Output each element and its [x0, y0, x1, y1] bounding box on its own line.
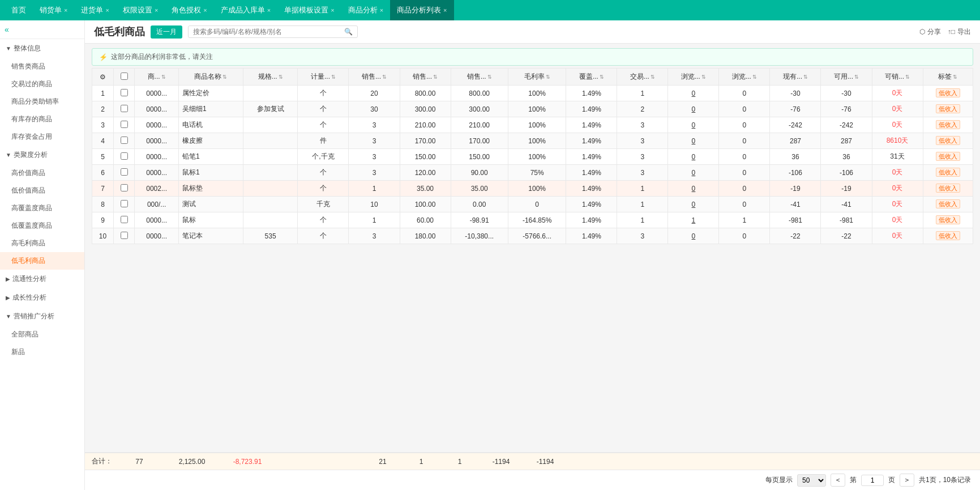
nav-product-entry[interactable]: 产成品入库单 ×: [214, 0, 277, 20]
next-page-btn[interactable]: ＞: [900, 474, 914, 487]
nav-home[interactable]: 首页: [5, 0, 33, 20]
sidebar-collapse-btn[interactable]: «: [5, 25, 9, 34]
sidebar-group-growth[interactable]: ▶ 成长性分析: [0, 288, 84, 307]
sidebar-item-traded-products[interactable]: 交易过的商品: [0, 75, 84, 93]
sidebar-item-inventory-capital[interactable]: 库存资金占用: [0, 128, 84, 146]
th-checkbox[interactable]: [113, 69, 134, 86]
nav-product-analysis-close[interactable]: ×: [380, 7, 383, 14]
row-checkbox-cell[interactable]: [113, 197, 134, 212]
row-checkbox-cell[interactable]: [113, 117, 134, 133]
th-tag[interactable]: 标签⇅: [923, 69, 973, 86]
notice-icon: ⚡: [99, 53, 108, 61]
row-view1[interactable]: 0: [668, 133, 719, 149]
sidebar-item-low-coverage[interactable]: 低覆盖度商品: [0, 217, 84, 235]
sidebar-item-high-coverage[interactable]: 高覆盖度商品: [0, 199, 84, 217]
th-coverage[interactable]: 覆盖...⇅: [566, 69, 617, 86]
export-btn[interactable]: ↑□ 导出: [948, 27, 971, 37]
th-sales-qty[interactable]: 销售...⇅: [349, 69, 400, 86]
sidebar-item-high-profit[interactable]: 高毛利商品: [0, 235, 84, 252]
row-sales-profit: -10,380...: [451, 228, 508, 244]
row-checkbox-cell[interactable]: [113, 86, 134, 101]
row-checkbox[interactable]: [121, 216, 128, 223]
sidebar-item-low-profit[interactable]: 低毛利商品: [0, 252, 84, 270]
row-checkbox-cell[interactable]: [113, 149, 134, 165]
nav-product-analysis[interactable]: 商品分析 ×: [341, 0, 390, 20]
nav-permission[interactable]: 权限设置 ×: [116, 0, 165, 20]
share-btn[interactable]: ⬡ 分享: [919, 27, 941, 37]
row-tag: 低收入: [923, 181, 973, 197]
row-checkbox[interactable]: [121, 232, 128, 239]
row-view1[interactable]: 0: [668, 228, 719, 244]
row-view1[interactable]: 0: [668, 117, 719, 133]
th-settings[interactable]: ⚙: [92, 69, 114, 86]
nav-sales-close[interactable]: ×: [64, 7, 67, 14]
row-view1[interactable]: 0: [668, 181, 719, 197]
th-view1[interactable]: 浏览...⇅: [668, 69, 719, 86]
th-sales-profit[interactable]: 销售...⇅: [451, 69, 508, 86]
nav-template-close[interactable]: ×: [331, 7, 334, 14]
sidebar-group-flow[interactable]: ▶ 流通性分析: [0, 270, 84, 288]
nav-role-close[interactable]: ×: [203, 7, 207, 14]
nav-product-list-close[interactable]: ×: [443, 7, 447, 14]
sidebar-item-sales-products[interactable]: 销售类商品: [0, 58, 84, 75]
nav-product-analysis-list[interactable]: 商品分析列表 ×: [390, 0, 453, 20]
row-view1[interactable]: 0: [668, 86, 719, 101]
nav-purchase-close[interactable]: ×: [105, 7, 109, 14]
th-name[interactable]: 商品名称⇅: [178, 69, 243, 86]
nav-permission-close[interactable]: ×: [155, 7, 158, 14]
sidebar-item-new-products[interactable]: 新品: [0, 343, 84, 361]
sidebar-group-marketing[interactable]: ▼ 营销推广分析: [0, 307, 84, 326]
row-checkbox-cell[interactable]: [113, 101, 134, 117]
row-checkbox-cell[interactable]: [113, 133, 134, 149]
th-gross-rate[interactable]: 毛利率⇅: [508, 69, 566, 86]
nav-product-entry-close[interactable]: ×: [267, 7, 271, 14]
sidebar-item-inventory-products[interactable]: 有库存的商品: [0, 110, 84, 128]
nav-sales[interactable]: 销货单 ×: [33, 0, 74, 20]
row-checkbox[interactable]: [121, 184, 128, 191]
row-view1[interactable]: 1: [668, 212, 719, 228]
row-checkbox[interactable]: [121, 200, 128, 207]
row-view1[interactable]: 0: [668, 149, 719, 165]
page-number-input[interactable]: [861, 475, 884, 486]
sidebar-item-all-products[interactable]: 全部商品: [0, 326, 84, 343]
sidebar-item-low-value[interactable]: 低价值商品: [0, 182, 84, 199]
th-current-stock[interactable]: 现有...⇅: [770, 69, 821, 86]
sidebar-group-overall[interactable]: ▼ 整体信息: [0, 39, 84, 58]
row-checkbox[interactable]: [121, 105, 128, 112]
per-page-select[interactable]: 50 20 100: [797, 474, 826, 487]
th-available[interactable]: 可用...⇅: [821, 69, 872, 86]
select-all-checkbox[interactable]: [121, 73, 128, 80]
th-code[interactable]: 商...⇅: [135, 69, 179, 86]
th-sales-price[interactable]: 销售...⇅: [400, 69, 451, 86]
th-transaction[interactable]: 交易...⇅: [617, 69, 668, 86]
row-checkbox[interactable]: [121, 121, 128, 128]
th-unit[interactable]: 计量...⇅: [298, 69, 349, 86]
nav-purchase[interactable]: 进货单 ×: [74, 0, 115, 20]
th-spec[interactable]: 规格...⇅: [243, 69, 298, 86]
row-checkbox-cell[interactable]: [113, 181, 134, 197]
filter-recent-month-btn[interactable]: 近一月: [151, 25, 182, 39]
th-saleable[interactable]: 可销...⇅: [872, 69, 923, 86]
nav-role[interactable]: 角色授权 ×: [165, 0, 213, 20]
table-wrapper[interactable]: ⚙ 商...⇅ 商品名称⇅ 规格...⇅ 计量...⇅ 销售...⇅ 销售...…: [92, 68, 973, 452]
row-checkbox-cell[interactable]: [113, 165, 134, 181]
search-icon[interactable]: 🔍: [344, 28, 353, 36]
row-view1[interactable]: 0: [668, 101, 719, 117]
prev-page-btn[interactable]: ＜: [831, 474, 845, 487]
row-view1[interactable]: 0: [668, 197, 719, 212]
row-view1[interactable]: 0: [668, 165, 719, 181]
sidebar-item-category-rate[interactable]: 商品分类助销率: [0, 93, 84, 110]
row-checkbox[interactable]: [121, 168, 128, 176]
row-checkbox-cell[interactable]: [113, 228, 134, 244]
sidebar-group-aggregation[interactable]: ▼ 类聚度分析: [0, 146, 84, 164]
row-transaction: 1: [617, 181, 668, 197]
th-view2[interactable]: 浏览...⇅: [719, 69, 770, 86]
row-checkbox[interactable]: [121, 152, 128, 160]
row-checkbox-cell[interactable]: [113, 212, 134, 228]
search-input[interactable]: [193, 28, 344, 36]
row-checkbox[interactable]: [121, 137, 128, 144]
row-checkbox[interactable]: [121, 89, 128, 96]
nav-template[interactable]: 单据模板设置 ×: [277, 0, 341, 20]
sidebar-item-high-value[interactable]: 高价值商品: [0, 164, 84, 182]
row-sales-profit: -98.91: [451, 212, 508, 228]
